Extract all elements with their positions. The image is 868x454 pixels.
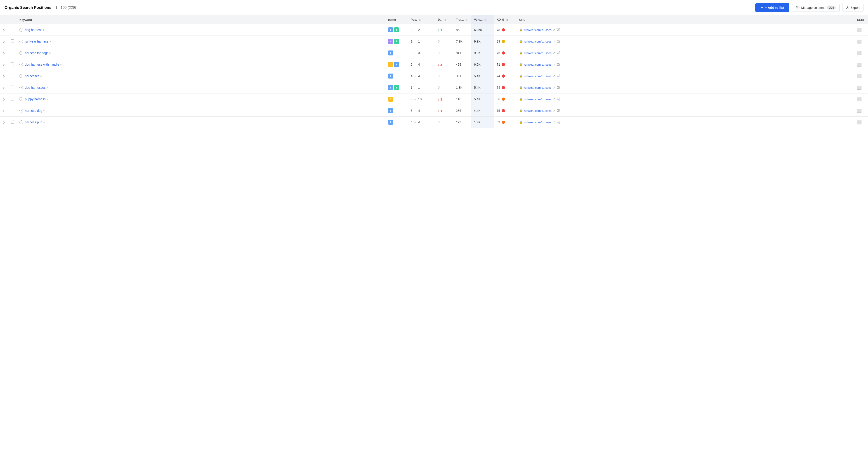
serp-preview-icon[interactable]: 🖼 (557, 120, 560, 124)
url-link[interactable]: ruffwear.com/c...sses (524, 40, 552, 43)
volu-sort-icon: ⇅ (484, 18, 487, 22)
expand-cell[interactable] (0, 36, 8, 47)
keyword-link[interactable]: harness for dogs » (25, 51, 51, 55)
expand-cell[interactable] (0, 24, 8, 36)
add-keyword-icon[interactable] (20, 63, 23, 66)
table-row: harness pup » I 4 → 4 01231.9K 59 🔒 ruff… (0, 117, 868, 128)
url-link[interactable]: ruffwear.com/c...sses (524, 63, 552, 66)
url-link[interactable]: ruffwear.com/c...sses (524, 28, 552, 32)
url-link[interactable]: ruffwear.com/c...sses (524, 86, 552, 89)
serp-icon[interactable]: ⬜ (857, 86, 862, 90)
serp-preview-icon[interactable]: 🖼 (557, 51, 560, 55)
serp-icon[interactable]: ⬜ (857, 51, 862, 55)
serp-icon[interactable]: ⬜ (857, 74, 862, 78)
add-keyword-icon[interactable] (20, 120, 23, 124)
external-link-icon[interactable]: ↗ (553, 121, 555, 124)
row-checkbox[interactable] (11, 97, 14, 101)
serp-preview-icon[interactable]: 🖼 (557, 97, 560, 101)
serp-preview-icon[interactable]: 🖼 (557, 74, 560, 78)
serp-preview-icon[interactable]: 🖼 (557, 63, 560, 66)
keyword-link[interactable]: harness dog » (25, 109, 45, 112)
expand-cell[interactable] (0, 59, 8, 70)
serp-preview-icon[interactable]: 🖼 (557, 109, 560, 112)
external-link-icon[interactable]: ↗ (553, 63, 555, 66)
row-checkbox[interactable] (11, 51, 14, 54)
double-arrow-icon: » (43, 121, 45, 124)
serp-icon[interactable]: ⬜ (857, 109, 862, 113)
add-keyword-icon[interactable] (20, 39, 23, 43)
intent-badge-n: N (388, 39, 393, 44)
external-link-icon[interactable]: ↗ (553, 40, 555, 43)
diff-down: ↓ 2 (438, 63, 442, 66)
add-keyword-icon[interactable] (20, 109, 23, 112)
external-link-icon[interactable]: ↗ (553, 86, 555, 89)
th-pos[interactable]: Pos. ⇅ (408, 16, 435, 24)
intent-badge-i: I (388, 85, 393, 90)
pos-arrow-icon: → (414, 40, 417, 43)
url-link[interactable]: ruffwear.com/c...sses (524, 109, 552, 112)
gear-icon (796, 6, 800, 9)
external-link-icon[interactable]: ↗ (553, 97, 555, 101)
expand-cell[interactable] (0, 105, 8, 117)
row-checkbox[interactable] (11, 120, 14, 123)
table-row: puppy harness » C 9 → 10 ↓ 11185.4K 66 🔒… (0, 93, 868, 105)
keyword-link[interactable]: dog harnesses » (25, 86, 48, 89)
th-diff[interactable]: D... ⇅ (435, 16, 453, 24)
add-keyword-icon[interactable] (20, 51, 23, 55)
select-all-checkbox[interactable] (11, 18, 14, 21)
expand-cell[interactable] (0, 47, 8, 59)
add-to-list-button[interactable]: ＋ + Add to list (755, 3, 789, 12)
expand-icon (2, 64, 5, 66)
add-keyword-icon[interactable] (20, 97, 23, 101)
th-traf[interactable]: Traf... ⇅ (453, 16, 471, 24)
external-link-icon[interactable]: ↗ (553, 75, 555, 78)
row-checkbox[interactable] (11, 28, 14, 31)
add-keyword-icon[interactable] (20, 28, 23, 32)
keyword-link[interactable]: dog harness with handle » (25, 63, 61, 66)
serp-cell: ⬜ (855, 82, 868, 93)
serp-preview-icon[interactable]: 🖼 (557, 39, 560, 43)
row-checkbox[interactable] (11, 74, 14, 77)
serp-preview-icon[interactable]: 🖼 (557, 86, 560, 89)
add-keyword-icon[interactable] (20, 86, 23, 89)
url-link[interactable]: ruffwear.com/c...sses (524, 75, 552, 78)
lock-icon: 🔒 (519, 121, 523, 124)
serp-cell: ⬜ (855, 24, 868, 36)
expand-icon (2, 41, 5, 43)
expand-cell[interactable] (0, 82, 8, 93)
url-link[interactable]: ruffwear.com/c...sses (524, 97, 552, 101)
intent-badge-i: I (388, 51, 393, 55)
keyword-link[interactable]: dog harness » (25, 28, 45, 32)
serp-icon[interactable]: ⬜ (857, 39, 862, 44)
keyword-link[interactable]: harnesses » (25, 74, 42, 78)
serp-preview-icon[interactable]: 🖼 (557, 28, 560, 32)
expand-cell[interactable] (0, 70, 8, 82)
volume-cell: 6.6K (471, 59, 494, 70)
th-volu[interactable]: Volu... ⇅ (471, 16, 494, 24)
url-link[interactable]: ruffwear.com/c...sses (524, 121, 552, 124)
row-checkbox[interactable] (11, 62, 14, 66)
url-cell: 🔒 ruffwear.com/c...sses ↗ 🖼 (517, 93, 855, 105)
external-link-icon[interactable]: ↗ (553, 109, 555, 112)
serp-icon[interactable]: ⬜ (857, 120, 862, 124)
external-link-icon[interactable]: ↗ (553, 51, 555, 55)
expand-cell[interactable] (0, 117, 8, 128)
url-link[interactable]: ruffwear.com/c...sses (524, 51, 552, 55)
expand-cell[interactable] (0, 93, 8, 105)
export-button[interactable]: Export (842, 4, 864, 12)
add-keyword-icon[interactable] (20, 74, 23, 78)
keyword-link[interactable]: harness pup » (25, 120, 45, 124)
row-checkbox[interactable] (11, 86, 14, 89)
serp-icon[interactable]: ⬜ (857, 63, 862, 66)
pos-arrow-icon: → (414, 109, 417, 112)
serp-icon[interactable]: ⬜ (857, 97, 862, 101)
row-checkbox[interactable] (11, 109, 14, 112)
keyword-link[interactable]: puppy harness » (25, 97, 48, 101)
keyword-link[interactable]: ruffwear harness » (25, 39, 51, 43)
external-link-icon[interactable]: ↗ (553, 28, 555, 31)
manage-columns-button[interactable]: Manage columns 9/16 (792, 4, 839, 12)
table-row: ruffwear harness » NT 1 → 1 07.9K9.9K 39… (0, 36, 868, 47)
th-kd[interactable]: KD % ⇅ (494, 16, 517, 24)
row-checkbox[interactable] (11, 39, 14, 43)
serp-icon[interactable]: ⬜ (857, 28, 862, 32)
